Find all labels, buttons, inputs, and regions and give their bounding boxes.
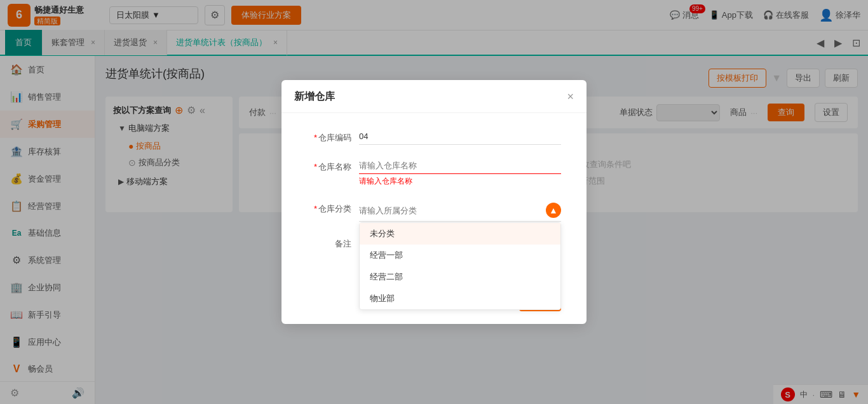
category-label: *仓库分类	[307, 199, 351, 215]
dropdown-item-dept1[interactable]: 经营一部	[360, 245, 560, 266]
name-label: *仓库名称	[307, 158, 351, 173]
dialog-body: *仓库编码 *仓库名称 请输入仓库名称 *仓库分类	[281, 113, 587, 285]
category-dropdown-arrow[interactable]: ▲	[546, 203, 561, 218]
dialog-header: 新增仓库 ×	[281, 80, 587, 113]
form-row-code: *仓库编码	[307, 128, 561, 145]
modal-overlay: 新增仓库 × *仓库编码 *仓库名称 请输入仓库名称	[0, 0, 868, 404]
name-input[interactable]	[359, 158, 561, 174]
category-dropdown-wrap: ▲	[359, 199, 561, 222]
dialog-close-icon[interactable]: ×	[567, 90, 574, 104]
code-label: *仓库编码	[307, 128, 351, 144]
category-field-wrap: ▲ 未分类 经营一部 经营二部 物业部	[359, 199, 561, 222]
note-label: 备注	[307, 234, 351, 250]
dropdown-item-dept3[interactable]: 物业部	[360, 288, 560, 309]
dropdown-item-dept2[interactable]: 经营二部	[360, 266, 560, 288]
category-dropdown-list: 未分类 经营一部 经营二部 物业部	[359, 222, 561, 310]
dialog-title: 新增仓库	[294, 90, 335, 104]
code-input[interactable]	[359, 128, 561, 145]
name-error-msg: 请输入仓库名称	[359, 176, 561, 187]
dialog-add-warehouse: 新增仓库 × *仓库编码 *仓库名称 请输入仓库名称	[281, 80, 587, 324]
name-field-wrap: 请输入仓库名称	[359, 158, 561, 187]
dropdown-item-unclassified[interactable]: 未分类	[360, 223, 560, 245]
category-input[interactable]	[359, 206, 546, 215]
code-field-wrap	[359, 128, 561, 145]
form-row-name: *仓库名称 请输入仓库名称	[307, 158, 561, 187]
form-row-category: *仓库分类 ▲ 未分类 经营一部 经营二部 物业部	[307, 199, 561, 222]
